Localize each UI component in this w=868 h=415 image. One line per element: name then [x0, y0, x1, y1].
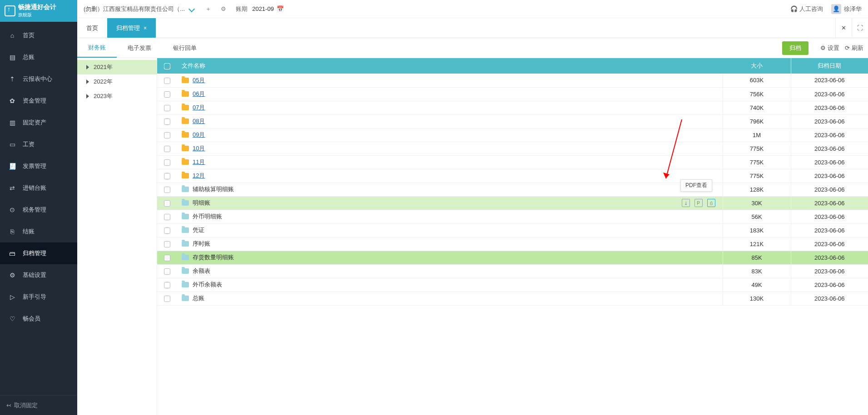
file-name[interactable]: 总账 [182, 294, 204, 302]
user-name[interactable]: 徐泽华 [844, 5, 862, 13]
pdf-view-icon[interactable]: ⎙ [707, 199, 715, 207]
user-avatar-icon[interactable]: 👤 [831, 4, 841, 14]
subtab-bankreceipt[interactable]: 银行回单 [162, 38, 208, 58]
chevron-down-icon[interactable] [188, 5, 195, 12]
org-selector[interactable]: (勿删）江西服宝精品有限责任公司（... [84, 5, 185, 13]
subtab-einvoice[interactable]: 电子发票 [117, 38, 162, 58]
file-name[interactable]: 05月 [182, 76, 205, 84]
row-checkbox[interactable] [164, 214, 170, 220]
settings-action[interactable]: ⚙设置 [820, 44, 839, 52]
org-settings-button[interactable]: ⚙ [219, 5, 228, 12]
file-link[interactable]: 08月 [193, 117, 205, 125]
sidebar-item-9[interactable]: ⎘结账 [0, 221, 77, 242]
sidebar-item-3[interactable]: ✿资金管理 [0, 90, 77, 112]
sidebar-item-4[interactable]: ▥固定资产 [0, 112, 77, 133]
window-fullscreen-button[interactable]: ⛶ [852, 18, 868, 38]
table-row[interactable]: 序时账121K2023-06-06 [157, 237, 868, 251]
file-name[interactable]: 07月 [182, 104, 205, 112]
file-name[interactable]: 外币明细账 [182, 212, 222, 221]
row-checkbox[interactable] [164, 78, 170, 84]
row-checkbox[interactable] [164, 268, 170, 275]
row-checkbox[interactable] [164, 227, 170, 234]
sidebar-item-0[interactable]: ⌂首页 [0, 25, 77, 46]
tab-home[interactable]: 首页 [77, 18, 107, 38]
sidebar-unpin[interactable]: ↢ 取消固定 [0, 395, 77, 415]
table-row[interactable]: 10月775K2023-06-06 [157, 142, 868, 155]
file-name[interactable]: 06月 [182, 90, 205, 98]
row-checkbox[interactable] [164, 255, 170, 261]
row-checkbox[interactable] [164, 146, 170, 152]
row-checkbox[interactable] [164, 296, 170, 302]
file-link[interactable]: 10月 [193, 144, 205, 153]
file-name[interactable]: 08月 [182, 117, 205, 125]
row-checkbox[interactable] [164, 132, 170, 138]
file-name[interactable]: 12月 [182, 172, 205, 180]
file-name[interactable]: 外币余额表 [182, 281, 222, 289]
file-link[interactable]: 09月 [193, 131, 205, 139]
calendar-icon[interactable]: 📅 [277, 5, 284, 12]
table-row[interactable]: 辅助核算明细账128K2023-06-06 [157, 183, 868, 196]
consult-link[interactable]: 人工咨询 [799, 5, 823, 13]
sidebar-item-2[interactable]: ⇡云报表中心 [0, 68, 77, 90]
file-link[interactable]: 06月 [193, 90, 205, 98]
table-row[interactable]: 09月1M2023-06-06 [157, 128, 868, 142]
file-name[interactable]: 余额表 [182, 267, 210, 275]
pdf-icon[interactable]: P [694, 199, 703, 207]
table-row[interactable]: 05月603K2023-06-06 [157, 74, 868, 87]
table-row[interactable]: 12月775K2023-06-06 [157, 169, 868, 183]
file-name[interactable]: 11月 [182, 158, 205, 166]
file-name[interactable]: 辅助核算明细账 [182, 185, 234, 193]
tree-year[interactable]: 2021年 [77, 60, 157, 74]
sidebar-item-5[interactable]: ▭工资 [0, 133, 77, 155]
file-name[interactable]: 10月 [182, 144, 205, 153]
archive-button[interactable]: 归档 [782, 41, 808, 55]
row-checkbox[interactable] [164, 105, 170, 111]
download-icon[interactable]: ⤓ [682, 199, 690, 207]
sidebar-item-7[interactable]: ⇄进销台账 [0, 177, 77, 199]
sidebar-item-12[interactable]: ▷新手引导 [0, 286, 77, 308]
row-checkbox[interactable] [164, 241, 170, 247]
row-checkbox[interactable] [164, 159, 170, 166]
file-link[interactable]: 11月 [193, 158, 205, 166]
file-link[interactable]: 07月 [193, 104, 205, 112]
table-row[interactable]: 凭证183K2023-06-06 [157, 223, 868, 237]
row-checkbox[interactable] [164, 173, 170, 179]
sidebar-item-8[interactable]: ⊙税务管理 [0, 199, 77, 221]
row-checkbox[interactable] [164, 200, 170, 207]
table-row[interactable]: 总账130K2023-06-06 [157, 291, 868, 305]
file-name[interactable]: 明细账 [182, 199, 210, 207]
table-row[interactable]: 外币明细账56K2023-06-06 [157, 210, 868, 223]
close-icon[interactable]: × [144, 25, 147, 31]
table-row[interactable]: 08月796K2023-06-06 [157, 114, 868, 128]
file-link[interactable]: 12月 [193, 172, 205, 180]
tree-year[interactable]: 2023年 [77, 89, 157, 104]
sidebar-item-10[interactable]: 🗃归档管理 [0, 242, 77, 264]
period-value[interactable]: 2021-09 [252, 5, 274, 12]
row-checkbox[interactable] [164, 187, 170, 193]
file-name[interactable]: 存货数量明细账 [182, 253, 234, 262]
window-close-button[interactable]: ✕ [835, 18, 852, 38]
table-row[interactable]: 06月756K2023-06-06 [157, 87, 868, 101]
file-name[interactable]: 序时账 [182, 240, 210, 248]
add-org-button[interactable]: ＋ [204, 5, 212, 13]
table-row[interactable]: 外币余额表49K2023-06-06 [157, 278, 868, 291]
file-link[interactable]: 05月 [193, 76, 205, 84]
sidebar-item-6[interactable]: 🧾发票管理 [0, 155, 77, 177]
file-name[interactable]: 09月 [182, 131, 205, 139]
refresh-action[interactable]: ⟳刷新 [845, 44, 863, 52]
select-all-checkbox[interactable] [164, 63, 170, 69]
tree-year[interactable]: 2022年 [77, 74, 157, 89]
row-checkbox[interactable] [164, 282, 170, 288]
tab-archive[interactable]: 归档管理 × [107, 18, 156, 38]
subtab-finance[interactable]: 财务账 [77, 38, 117, 58]
row-checkbox[interactable] [164, 91, 170, 98]
sidebar-item-11[interactable]: ⚙基础设置 [0, 264, 77, 286]
file-name[interactable]: 凭证 [182, 226, 204, 234]
sidebar-item-13[interactable]: ♡畅会员 [0, 308, 77, 330]
row-checkbox[interactable] [164, 119, 170, 125]
sidebar-item-1[interactable]: ▤总账 [0, 46, 77, 68]
table-row[interactable]: 11月775K2023-06-06 [157, 155, 868, 169]
table-row[interactable]: 07月740K2023-06-06 [157, 101, 868, 114]
table-row[interactable]: 明细账⤓P⎙30K2023-06-06 [157, 196, 868, 210]
table-row[interactable]: 存货数量明细账85K2023-06-06 [157, 251, 868, 264]
